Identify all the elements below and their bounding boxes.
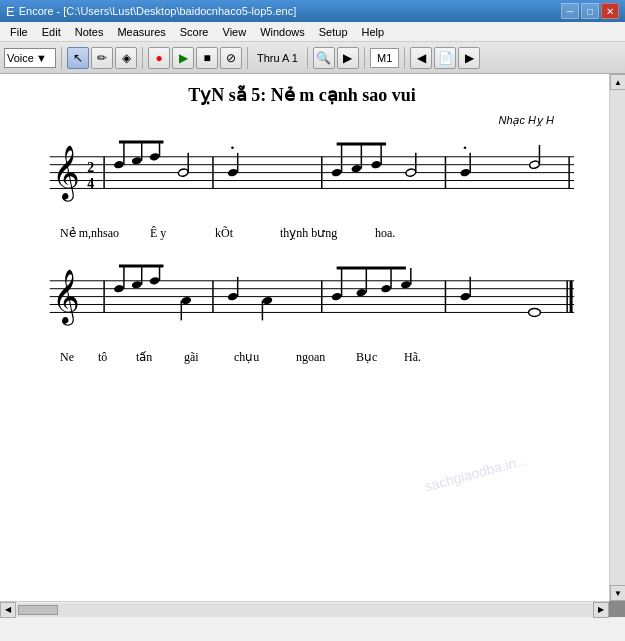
svg-point-36 <box>529 160 540 169</box>
toolbar: Voice ▼ ↖ ✏ ◈ ● ▶ ■ ⊘ Thru A 1 🔍 ▶ M1 ◀ … <box>0 42 625 74</box>
toolbar-sep-3 <box>247 47 248 69</box>
score-content: TỵN sẵ 5: Nẻ m cạnh sao vui Nhạc Hỵ H 𝄞 … <box>0 74 609 395</box>
svg-text:2: 2 <box>87 160 94 175</box>
toolbar-sep-6 <box>404 47 405 69</box>
search-button[interactable]: 🔍 <box>313 47 335 69</box>
svg-point-62 <box>331 292 342 301</box>
toolbar-group-tools: ↖ ✏ ◈ <box>67 47 137 69</box>
h-scrollbar[interactable]: ◀ ▶ <box>0 601 609 617</box>
toolbar-group-thru: Thru A 1 <box>253 52 302 64</box>
close-button[interactable]: ✕ <box>601 3 619 19</box>
lyric-1-2: Ê y <box>150 226 215 241</box>
select-tool-button[interactable]: ↖ <box>67 47 89 69</box>
svg-point-73 <box>529 309 541 317</box>
title-text: Encore - [C:\Users\Lust\Desktop\baidocnh… <box>19 5 297 17</box>
svg-text:4: 4 <box>87 176 94 191</box>
voice-label: Voice <box>7 52 34 64</box>
menu-file[interactable]: File <box>4 23 34 41</box>
menu-help[interactable]: Help <box>356 23 391 41</box>
next-button[interactable]: ▶ <box>458 47 480 69</box>
toolbar-sep-1 <box>61 47 62 69</box>
app-icon: E <box>6 4 15 19</box>
minimize-button[interactable]: ─ <box>561 3 579 19</box>
svg-point-16 <box>178 168 189 177</box>
svg-point-47 <box>113 284 124 293</box>
menu-setup[interactable]: Setup <box>313 23 354 41</box>
pencil-tool-button[interactable]: ✏ <box>91 47 113 69</box>
svg-point-64 <box>356 288 367 297</box>
staff-svg-2: 𝄞 <box>20 261 584 350</box>
svg-point-10 <box>113 160 124 169</box>
stop-button[interactable]: ■ <box>196 47 218 69</box>
voice-select[interactable]: Voice ▼ <box>4 48 56 68</box>
lyric-1-4: thỵnh bưng <box>280 226 375 241</box>
lyric-1-3: kÕt <box>215 226 280 241</box>
prev-button[interactable]: ◀ <box>410 47 432 69</box>
lyric-2-5: chụu <box>234 350 296 365</box>
m1-display: M1 <box>370 48 399 68</box>
scroll-right-button[interactable]: ▶ <box>593 602 609 618</box>
lyric-1-1: Nẻ m,nhsao <box>60 226 150 241</box>
staff-system-1: 𝄞 2 4 <box>20 137 584 241</box>
svg-point-12 <box>131 156 142 165</box>
loop-button[interactable]: ⊘ <box>220 47 242 69</box>
svg-text:𝄞: 𝄞 <box>52 145 80 202</box>
toolbar-group-voice: Voice ▼ <box>4 48 56 68</box>
title-bar: E Encore - [C:\Users\Lust\Desktop\baidoc… <box>0 0 625 22</box>
svg-text:𝄞: 𝄞 <box>52 269 80 326</box>
title-controls[interactable]: ─ □ ✕ <box>561 3 619 19</box>
toolbar-group-nav: 🔍 ▶ <box>313 47 359 69</box>
svg-point-19 <box>227 168 238 177</box>
v-scroll-track <box>610 90 625 585</box>
forward-button[interactable]: ▶ <box>337 47 359 69</box>
lyric-1-5: hoa. <box>375 226 435 241</box>
v-scrollbar[interactable]: ▲ ▼ <box>609 74 625 601</box>
composer: Nhạc Hỵ H <box>20 114 584 127</box>
menu-windows[interactable]: Windows <box>254 23 311 41</box>
svg-point-68 <box>400 280 411 289</box>
svg-point-14 <box>149 152 160 161</box>
score-title: TỵN sẵ 5: Nẻ m cạnh sao vui <box>20 84 584 106</box>
lyric-2-2: tô <box>98 350 136 365</box>
menu-bar: File Edit Notes Measures Score View Wind… <box>0 22 625 42</box>
maximize-button[interactable]: □ <box>581 3 599 19</box>
toolbar-sep-2 <box>142 47 143 69</box>
scroll-up-button[interactable]: ▲ <box>610 74 625 90</box>
toolbar-sep-4 <box>307 47 308 69</box>
title-bar-left: E Encore - [C:\Users\Lust\Desktop\baidoc… <box>6 4 296 19</box>
h-scroll-thumb[interactable] <box>18 605 58 615</box>
eraser-tool-button[interactable]: ◈ <box>115 47 137 69</box>
thru-label: Thru A 1 <box>253 52 302 64</box>
menu-score[interactable]: Score <box>174 23 215 41</box>
menu-notes[interactable]: Notes <box>69 23 110 41</box>
svg-point-71 <box>460 292 471 301</box>
svg-point-33 <box>460 168 471 177</box>
staff-system-2: 𝄞 <box>20 261 584 365</box>
lyrics-line-1: Nẻ m,nhsao Ê y kÕt thỵnh bưng hoa. <box>20 226 584 241</box>
toolbar-group-transport: ● ▶ ■ ⊘ <box>148 47 242 69</box>
staff-svg-1: 𝄞 2 4 <box>20 137 584 226</box>
scroll-down-button[interactable]: ▼ <box>610 585 625 601</box>
lyric-2-3: tấn <box>136 350 184 365</box>
svg-point-24 <box>331 168 342 177</box>
toolbar-group-nav2: ◀ 📄 ▶ <box>410 47 480 69</box>
lyric-2-6: ngoan <box>296 350 356 365</box>
watermark: sachgiaodba.in... <box>423 452 529 495</box>
lyric-2-7: Bục <box>356 350 404 365</box>
scroll-left-button[interactable]: ◀ <box>0 602 16 618</box>
svg-point-56 <box>227 292 238 301</box>
score-page: TỵN sẵ 5: Nẻ m cạnh sao vui Nhạc Hỵ H 𝄞 … <box>0 74 609 601</box>
svg-point-28 <box>371 160 382 169</box>
menu-measures[interactable]: Measures <box>111 23 171 41</box>
svg-point-66 <box>380 284 391 293</box>
menu-edit[interactable]: Edit <box>36 23 67 41</box>
page-button[interactable]: 📄 <box>434 47 456 69</box>
score-container: ▲ ▼ ◀ ▶ TỵN sẵ 5: Nẻ m cạnh sao vui Nhạc… <box>0 74 625 617</box>
play-button[interactable]: ▶ <box>172 47 194 69</box>
record-button[interactable]: ● <box>148 47 170 69</box>
svg-point-53 <box>181 296 192 305</box>
lyric-2-4: gãi <box>184 350 234 365</box>
svg-point-58 <box>262 296 273 305</box>
svg-point-51 <box>149 276 160 285</box>
menu-view[interactable]: View <box>217 23 253 41</box>
